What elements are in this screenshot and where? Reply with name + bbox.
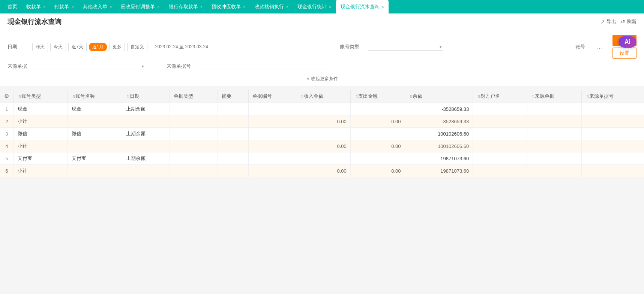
- cell-num: 3: [0, 128, 14, 140]
- source-doc-no-input[interactable]: [197, 63, 332, 70]
- cell-expense: [350, 152, 405, 165]
- cell-expense: 0.00: [350, 140, 405, 152]
- export-button[interactable]: ↗ 导出: [600, 18, 616, 25]
- tab-close-icon[interactable]: ×: [200, 4, 203, 9]
- cell-account_name: [68, 140, 122, 152]
- col-header-summary: 摘要: [218, 90, 248, 103]
- nav-tab-付款单[interactable]: 付款单×: [50, 0, 78, 13]
- cell-doc_type: [170, 152, 218, 165]
- col-header-balance[interactable]: ⇅余额: [405, 90, 473, 103]
- date-btn-近7天[interactable]: 近7天: [68, 43, 87, 51]
- cell-account_type: 支付宝: [14, 152, 68, 165]
- nav-tab-现金银行统计[interactable]: 现金银行统计×: [293, 0, 336, 13]
- cell-counterparty: [473, 165, 527, 177]
- cell-doc_no: [248, 103, 296, 115]
- tab-close-icon[interactable]: ×: [110, 4, 112, 9]
- cell-num: 5: [0, 152, 14, 165]
- cell-income: [296, 103, 351, 115]
- cell-balance: 19871073.60: [405, 152, 473, 165]
- table-row: 4小计0.000.00100102606.60: [0, 140, 644, 152]
- cell-income: 0.00: [296, 115, 351, 128]
- ai-badge[interactable]: Ai: [618, 36, 636, 48]
- cell-source_doc_no: [581, 115, 644, 128]
- table-row: 6小计0.000.0019871073.60: [0, 165, 644, 177]
- nav-tabs: 收款单×付款单×其他收入单×应收应付调整单×银行存取款单×预收冲应收单×收款核销…: [22, 0, 389, 13]
- nav-tab-收款单[interactable]: 收款单×: [22, 0, 50, 13]
- header-actions: ↗ 导出 ↺ 刷新: [600, 18, 636, 25]
- cell-account_name: 支付宝: [68, 152, 122, 165]
- cell-counterparty: [473, 115, 527, 128]
- cell-date: 上期余额: [122, 103, 170, 115]
- col-header-settings: ⚙: [0, 90, 14, 103]
- cell-doc_type: [170, 115, 218, 128]
- cell-account_type: 微信: [14, 128, 68, 140]
- refresh-button[interactable]: ↺ 刷新: [621, 18, 636, 25]
- date-btn-今天[interactable]: 今天: [50, 43, 66, 51]
- cell-num: 2: [0, 115, 14, 128]
- cell-expense: 0.00: [350, 165, 405, 177]
- table-row: 3微信微信上期余额100102606.60: [0, 128, 644, 140]
- col-header-date[interactable]: ⇅日期: [122, 90, 170, 103]
- cell-source_doc_no: [581, 140, 644, 152]
- tab-close-icon[interactable]: ×: [286, 4, 288, 9]
- tab-close-icon[interactable]: ×: [329, 4, 331, 9]
- cell-expense: [350, 128, 405, 140]
- refresh-icon: ↺: [621, 19, 625, 25]
- account-type-select[interactable]: [368, 43, 443, 51]
- collapse-bar[interactable]: ∧ 收起更多条件: [8, 74, 636, 84]
- date-btn-更多[interactable]: 更多: [109, 43, 125, 51]
- cell-account_type: 小计: [14, 140, 68, 152]
- nav-home[interactable]: 首页: [3, 3, 22, 10]
- export-icon: ↗: [600, 19, 605, 25]
- tab-close-icon[interactable]: ×: [43, 4, 45, 9]
- col-header-doc_type: 单据类型: [170, 90, 218, 103]
- cell-account_name: 微信: [68, 128, 122, 140]
- source-doc-select[interactable]: [33, 63, 146, 70]
- source-doc-select-wrap: [33, 63, 146, 70]
- data-table: ⚙⇅账号类型⇅账号名称⇅日期单据类型摘要单据编号⇅收入金额⇅支出金额⇅余额⇅对方…: [0, 90, 644, 177]
- cell-account_name: [68, 165, 122, 177]
- cell-balance: 100102606.60: [405, 140, 473, 152]
- nav-tab-预收冲应收单[interactable]: 预收冲应收单×: [207, 0, 250, 13]
- column-settings-icon[interactable]: ⚙: [4, 93, 9, 99]
- nav-tab-银行存取款单[interactable]: 银行存取款单×: [164, 0, 207, 13]
- cell-counterparty: [473, 140, 527, 152]
- table-area: ⚙⇅账号类型⇅账号名称⇅日期单据类型摘要单据编号⇅收入金额⇅支出金额⇅余额⇅对方…: [0, 90, 644, 177]
- col-header-counterparty[interactable]: ⇅对方户名: [473, 90, 527, 103]
- cell-source_doc_no: [581, 103, 644, 115]
- cell-expense: [350, 103, 405, 115]
- date-btn-近1月[interactable]: 近1月: [89, 43, 107, 51]
- col-header-source_doc[interactable]: ⇅来源单据: [527, 90, 582, 103]
- settings-button[interactable]: 设置: [612, 48, 636, 59]
- cell-source_doc_no: [581, 165, 644, 177]
- col-header-source_doc_no[interactable]: ⇅来源单据号: [581, 90, 644, 103]
- cell-doc_type: [170, 128, 218, 140]
- table-row: 2小计0.000.00-3528659.33: [0, 115, 644, 128]
- cell-doc_no: [248, 128, 296, 140]
- tab-close-icon[interactable]: ×: [71, 4, 74, 9]
- col-header-expense[interactable]: ⇅支出金额: [350, 90, 405, 103]
- account-dots[interactable]: ...: [596, 43, 603, 50]
- source-doc-no-label: 来源单据号: [167, 63, 191, 70]
- nav-tab-现金银行流水查询[interactable]: 现金银行流水查询×: [336, 0, 389, 13]
- nav-tab-其他收入单[interactable]: 其他收入单×: [78, 0, 116, 13]
- tab-close-icon[interactable]: ×: [382, 4, 384, 9]
- col-header-income[interactable]: ⇅收入金额: [296, 90, 351, 103]
- date-btn-昨天[interactable]: 昨天: [32, 43, 48, 51]
- cell-counterparty: [473, 152, 527, 165]
- cell-source_doc_no: [581, 128, 644, 140]
- tab-close-icon[interactable]: ×: [243, 4, 245, 9]
- nav-tab-收款核销执行[interactable]: 收款核销执行×: [250, 0, 293, 13]
- col-header-account_name[interactable]: ⇅账号名称: [68, 90, 122, 103]
- nav-tab-应收应付调整单[interactable]: 应收应付调整单×: [116, 0, 164, 13]
- source-doc-label: 来源单据: [8, 63, 27, 70]
- tab-close-icon[interactable]: ×: [157, 4, 159, 9]
- cell-account_type: 小计: [14, 165, 68, 177]
- cell-num: 6: [0, 165, 14, 177]
- cell-expense: 0.00: [350, 115, 405, 128]
- date-btn-自定义[interactable]: 自定义: [127, 43, 147, 51]
- account-label: 账号: [575, 43, 590, 50]
- cell-balance: 100102606.60: [405, 128, 473, 140]
- cell-date: [122, 140, 170, 152]
- col-header-account_type[interactable]: ⇅账号类型: [14, 90, 68, 103]
